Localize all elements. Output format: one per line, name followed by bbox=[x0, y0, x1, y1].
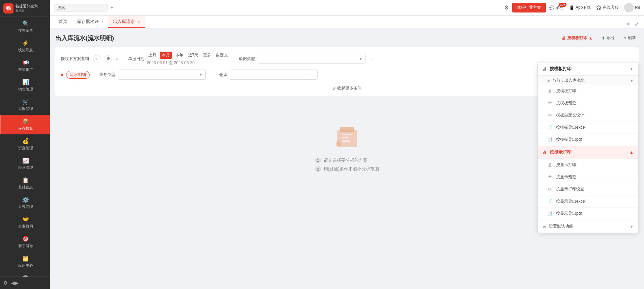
sidebar-item-sales[interactable]: 📊 销售管理 bbox=[0, 76, 50, 95]
filter-collapse-icon[interactable]: « bbox=[116, 56, 119, 61]
sidebar-item-inventory[interactable]: 📦 库存核算 bbox=[0, 115, 50, 134]
dropdown-item-template-export-excel[interactable]: 📄 按模板导出excel bbox=[538, 122, 638, 134]
sidebar-item-basic-info-label: 基础信息 bbox=[18, 185, 33, 190]
date-opt-current-year[interactable]: 本年 bbox=[174, 52, 185, 58]
sidebar-item-app-center[interactable]: 🗂️ 应用中心 bbox=[0, 252, 50, 271]
user-item[interactable]: Rit bbox=[624, 3, 640, 12]
sidebar-item-marketing[interactable]: 📢 营销推广 bbox=[0, 56, 50, 76]
current-template-item[interactable]: ◈ 当前：出入库流水 ▼ bbox=[538, 76, 638, 85]
date-opt-last-7[interactable]: 近7天 bbox=[187, 52, 200, 58]
guide-icon: 🎯 bbox=[22, 236, 29, 242]
template-print-header[interactable]: 🖨 按模板打印 ▲ bbox=[538, 62, 638, 76]
print-button[interactable]: 🖨 按模板打印 ▲ bbox=[559, 34, 595, 42]
dropdown-item-display-export-pdf[interactable]: 📑 按显示导出pdf bbox=[538, 208, 638, 220]
dropdown-item-display-print-settings-label: 按显示打印设置 bbox=[556, 186, 584, 192]
date-opt-current-month[interactable]: 本月 bbox=[160, 52, 172, 59]
dropdown-item-display-print-label: 按显示打印 bbox=[556, 162, 576, 168]
tab-close-all-button[interactable]: ✕ bbox=[625, 20, 632, 28]
refresh-label: 刷新 bbox=[628, 35, 636, 41]
online-service-item[interactable]: 🎧 在线客服 bbox=[596, 5, 619, 10]
sidebar-item-purchase-label: 采购管理 bbox=[18, 106, 33, 111]
doc-type-label: 单据类型 bbox=[239, 56, 255, 62]
dropdown-item-display-export-pdf-label: 按显示导出pdf bbox=[556, 211, 582, 216]
tab-batch-account-close[interactable]: × bbox=[101, 20, 104, 24]
sidebar-logo: 畅 畅捷通好生意 标准版 bbox=[0, 0, 50, 17]
sidebar-item-basic-info[interactable]: 📋 基础信息 bbox=[0, 174, 50, 193]
filter-add-button[interactable]: + bbox=[93, 55, 100, 62]
dropdown-item-display-print[interactable]: 🖨 按显示打印 bbox=[538, 159, 638, 171]
sidebar-item-wechat[interactable]: 💬 企业微信 bbox=[0, 271, 50, 277]
sidebar-item-quick-nav[interactable]: ⚡ 快捷导航 bbox=[0, 36, 50, 56]
svg-rect-3 bbox=[342, 137, 349, 138]
sidebar-item-guide[interactable]: 🎯 新手引导 bbox=[0, 232, 50, 252]
warehouse-arrow-icon: ··· bbox=[311, 72, 315, 77]
date-opt-last-month[interactable]: 上月 bbox=[147, 52, 158, 58]
dropdown-item-display-print-settings[interactable]: ⚙ 按显示打印设置 bbox=[538, 183, 638, 195]
template-export-pdf-icon: 📑 bbox=[547, 137, 553, 142]
doc-type-select[interactable]: ▼ bbox=[258, 54, 365, 64]
sidebar-item-finance[interactable]: 💰 资金管理 bbox=[0, 134, 50, 154]
breadcrumb-input[interactable] bbox=[54, 4, 108, 11]
tab-batch-account-label: 库存批次账 bbox=[77, 19, 99, 25]
tab-flow[interactable]: 出入库流水 × bbox=[108, 16, 144, 28]
tabs-right-actions: ✕ ⤢ bbox=[625, 20, 640, 28]
dropdown-item-template-export-pdf[interactable]: 📑 按模板导出pdf bbox=[538, 134, 638, 146]
biz-type-select[interactable]: ▼ bbox=[118, 70, 206, 80]
app-download-item[interactable]: 📱 App下载 bbox=[569, 5, 591, 10]
sidebar-item-operations[interactable]: 📈 经营管理 bbox=[0, 154, 50, 174]
date-opt-custom[interactable]: 自定义 bbox=[214, 52, 229, 58]
dropdown-item-display-export-excel[interactable]: 📄 按显示导出excel bbox=[538, 195, 638, 208]
sidebar-item-sales-label: 销售管理 bbox=[18, 87, 33, 92]
empty-illustration bbox=[330, 120, 364, 151]
template-print-header-icon: 🖨 bbox=[543, 67, 547, 72]
sidebar-item-enterprise[interactable]: 🤝 企业协同 bbox=[0, 213, 50, 232]
svg-rect-4 bbox=[342, 140, 350, 142]
dropdown-item-template-custom[interactable]: ✏ 模板自定义设计 bbox=[538, 109, 638, 122]
tab-home[interactable]: 首页 bbox=[54, 16, 72, 28]
display-print-header-label: 按显示打印 bbox=[550, 149, 572, 155]
sidebar-item-operations-label: 经营管理 bbox=[18, 165, 33, 170]
date-opt-more[interactable]: 更多 bbox=[202, 52, 212, 58]
sub-filter-tag-label: 流水明细 bbox=[70, 72, 86, 78]
sidebar-item-purchase[interactable]: 🛒 采购管理 bbox=[0, 95, 50, 115]
sidebar-collapse-icon[interactable]: ◀▶ bbox=[11, 280, 19, 286]
step-1-text: 请先选择要分析的方案 bbox=[324, 157, 368, 163]
topbar-breadcrumb: ▼ bbox=[54, 4, 501, 11]
dropdown-item-template-print[interactable]: 🖨 按模板打印 bbox=[538, 85, 638, 97]
refresh-icon: ↻ bbox=[623, 36, 626, 41]
filter-settings-icon-btn[interactable]: ⚙ bbox=[105, 55, 112, 62]
sub-filter-icon: ● bbox=[61, 72, 63, 77]
trial-button[interactable]: 体验行业方案 bbox=[512, 3, 546, 12]
display-print-chevron-icon: ▲ bbox=[630, 150, 634, 155]
sidebar-item-search[interactable]: 🔍 搜索菜单 bbox=[0, 17, 50, 36]
collapse-up-icon: ∧ bbox=[333, 86, 336, 91]
tab-expand-button[interactable]: ⤢ bbox=[633, 20, 640, 28]
dropdown-item-template-preview[interactable]: 👁 按模板预览 bbox=[538, 97, 638, 109]
tab-batch-account[interactable]: 库存批次账 × bbox=[72, 16, 108, 28]
topbar-settings-icon[interactable]: ⚙ bbox=[504, 4, 509, 11]
display-print-header[interactable]: 🖨 按显示打印 ▲ bbox=[538, 146, 638, 159]
sidebar-item-system[interactable]: ⚙️ 系统管理 bbox=[0, 193, 50, 213]
dropdown-item-template-preview-label: 按模板预览 bbox=[556, 100, 576, 106]
date-filter: 上月 本月 本年 近7天 更多 自定义 2023-06-01 至 2023-06… bbox=[147, 52, 230, 66]
message-item[interactable]: 💬 消息 99+ bbox=[549, 5, 564, 10]
dropdown-footer-default-function[interactable]: ☰ 设置默认功能 ▼ bbox=[538, 220, 638, 233]
export-button[interactable]: ⬆ 导出 bbox=[599, 34, 617, 42]
printer-icon: 🖨 bbox=[562, 36, 566, 41]
tab-flow-close[interactable]: × bbox=[138, 20, 140, 24]
dropdown-item-display-preview[interactable]: 👁 按显示预览 bbox=[538, 171, 638, 183]
doc-type-more-icon[interactable]: ··· bbox=[368, 55, 376, 62]
warehouse-select[interactable]: ··· bbox=[230, 70, 318, 80]
sidebar-settings-icon[interactable]: ⚙ bbox=[3, 280, 8, 286]
default-function-icon: ☰ bbox=[543, 224, 546, 229]
topbar-right: 💬 消息 99+ 📱 App下载 🎧 在线客服 Rit bbox=[549, 3, 640, 12]
biz-type-label: 业务类型 bbox=[99, 72, 115, 78]
step-1-number: 1 bbox=[315, 157, 321, 163]
collapse-button[interactable]: ∧ 收起更多条件 bbox=[333, 85, 361, 91]
dropdown-item-display-preview-label: 按显示预览 bbox=[556, 174, 576, 180]
refresh-button[interactable]: ↻ 刷新 bbox=[620, 34, 639, 42]
display-print-settings-icon: ⚙ bbox=[547, 187, 553, 192]
page-actions: 🖨 按模板打印 ▲ ⬆ 导出 ↻ 刷新 bbox=[559, 34, 639, 42]
app-download-icon: 📱 bbox=[569, 5, 574, 10]
topbar: ▼ ⚙ 体验行业方案 💬 消息 99+ 📱 App下载 🎧 在线客服 Rit bbox=[50, 0, 644, 16]
